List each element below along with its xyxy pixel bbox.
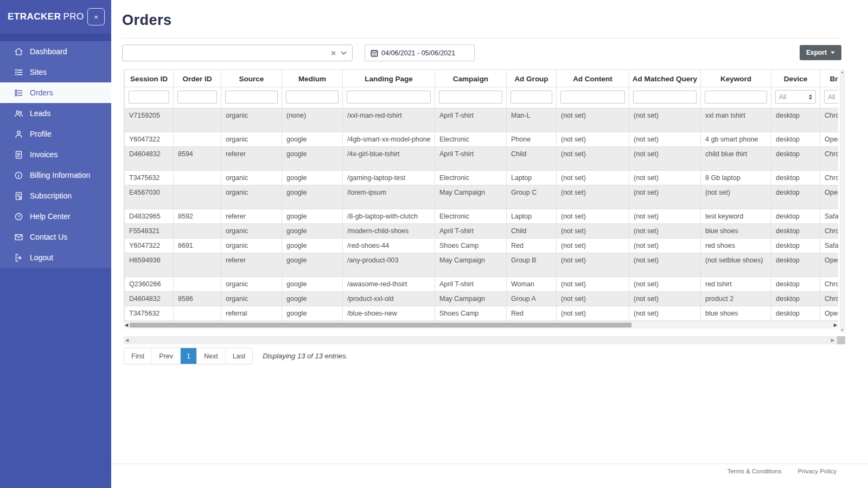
sidebar-item-logout[interactable]: Logout xyxy=(0,247,111,268)
filter-input-ad-matched-query[interactable] xyxy=(633,91,697,104)
privacy-link[interactable]: Privacy Policy xyxy=(797,468,837,474)
site-filter-select[interactable]: × xyxy=(122,44,353,61)
table-horizontal-scrollbar[interactable]: ◀ ▶ xyxy=(124,322,838,329)
cell: /xxl-man-red-tshirt xyxy=(343,108,435,132)
filter-input-order-id[interactable] xyxy=(177,91,217,104)
column-header-campaign[interactable]: Campaign xyxy=(435,70,507,87)
filter-input-ad-content[interactable] xyxy=(560,91,625,104)
cell: /4x-girl-blue-tshirt xyxy=(343,147,435,171)
sidebar-item-billing-information[interactable]: Billing Information xyxy=(0,165,111,185)
table-vertical-scrollbar[interactable]: ▲ ▼ xyxy=(840,69,845,332)
pagination-status: Displaying 13 of 13 entries. xyxy=(263,352,348,360)
cell: (not set) xyxy=(629,292,701,306)
outer-scroll-thumb[interactable] xyxy=(837,336,845,344)
sidebar-item-invoices[interactable]: Invoices xyxy=(0,144,111,165)
sidebar-item-dashboard[interactable]: Dashboard xyxy=(0,41,111,62)
cell: May Campaign xyxy=(435,253,507,277)
sidebar-item-leads[interactable]: Leads xyxy=(0,103,111,124)
pagination-page-1-button[interactable]: 1 xyxy=(181,348,197,364)
cell xyxy=(174,306,221,321)
filter-select-value: All xyxy=(779,93,786,101)
scroll-right-icon[interactable]: ▶ xyxy=(834,322,837,329)
sidebar-item-label: Billing Information xyxy=(30,171,90,179)
column-header-ad-content[interactable]: Ad Content xyxy=(557,70,629,87)
title-divider xyxy=(122,38,842,38)
cell: /awasome-red-thsirt xyxy=(343,277,435,292)
cell: Chrome xyxy=(820,277,839,292)
column-header-session-id[interactable]: Session ID xyxy=(125,70,174,87)
column-header-ad-group[interactable]: Ad Group xyxy=(507,70,557,87)
filter-input-ad-group[interactable] xyxy=(510,91,552,104)
filter-select-value: All xyxy=(828,93,835,101)
cell: Phone xyxy=(507,132,557,147)
cell: /4gb-smart-xx-model-phone xyxy=(343,132,435,147)
sidebar-item-contact-us[interactable]: Contact Us xyxy=(0,227,111,247)
filter-input-keyword[interactable] xyxy=(705,91,767,104)
horizontal-scroll-thumb[interactable] xyxy=(130,323,631,328)
sidebar-item-profile[interactable]: Profile xyxy=(0,124,111,144)
filter-input-session-id[interactable] xyxy=(129,91,169,104)
cell: (not set) xyxy=(629,239,701,253)
sidebar-close-button[interactable]: × xyxy=(87,8,105,25)
cell: google xyxy=(282,209,343,224)
table-row: H6594936referergoogle/any-product-003May… xyxy=(125,253,839,277)
pagination-prev-button[interactable]: Prev xyxy=(152,348,181,364)
column-header-order-id[interactable]: Order ID xyxy=(174,70,221,87)
outer-scroll-left-icon[interactable]: ◀ xyxy=(125,337,129,344)
filter-select-device[interactable]: All xyxy=(775,90,816,104)
scroll-left-icon[interactable]: ◀ xyxy=(125,322,128,329)
chevron-down-icon[interactable] xyxy=(341,51,347,55)
column-header-device[interactable]: Device xyxy=(771,70,820,87)
column-header-medium[interactable]: Medium xyxy=(282,70,343,87)
cell: red tshirt xyxy=(701,277,771,292)
select-clear-icon[interactable]: × xyxy=(331,49,336,57)
pagination-last-button[interactable]: Last xyxy=(226,348,253,364)
filter-input-landing-page[interactable] xyxy=(347,91,431,104)
scroll-up-icon[interactable]: ▲ xyxy=(840,70,844,74)
page-title: Orders xyxy=(122,12,172,29)
column-header-source[interactable]: Source xyxy=(221,70,282,87)
brand-light: PRO xyxy=(63,11,84,22)
filter-cell xyxy=(557,87,629,108)
cell: desktop xyxy=(771,209,820,224)
cell: May Campaign xyxy=(435,185,507,209)
column-header-browser[interactable]: Browser xyxy=(820,70,839,87)
filter-input-campaign[interactable] xyxy=(439,91,502,104)
cell: Child xyxy=(507,224,557,239)
cell: D4604832 xyxy=(125,292,174,306)
sidebar-item-orders[interactable]: Orders xyxy=(0,82,111,103)
sidebar-item-sites[interactable]: Sites xyxy=(0,62,111,82)
outer-scroll-right-icon[interactable]: ▶ xyxy=(831,337,834,344)
outer-horizontal-scrollbar[interactable]: ◀ ▶ xyxy=(124,336,845,344)
cell: Opera xyxy=(820,185,839,209)
column-header-landing-page[interactable]: Landing Page xyxy=(343,70,435,87)
document-dollar-icon: $ xyxy=(14,191,23,201)
scroll-down-icon[interactable]: ▼ xyxy=(840,328,844,332)
pagination-first-button[interactable]: First xyxy=(124,348,152,364)
date-range-input[interactable]: 04/06/2021 - 05/06/2021 xyxy=(365,44,475,61)
filter-input-medium[interactable] xyxy=(286,91,339,104)
export-button[interactable]: Export xyxy=(800,45,841,60)
filter-cell: All xyxy=(771,87,820,108)
filter-input-source[interactable] xyxy=(225,91,278,104)
filter-select-browser[interactable]: All xyxy=(824,90,838,104)
cell: google xyxy=(282,132,343,147)
envelope-icon xyxy=(14,233,23,242)
column-header-keyword[interactable]: Keyword xyxy=(701,70,771,87)
cell: Chrome xyxy=(820,147,839,171)
table-row: T3475632organicgoogle/gaming-laptop-test… xyxy=(125,171,839,185)
people-icon xyxy=(14,109,23,118)
sidebar-item-subscription[interactable]: $Subscription xyxy=(0,185,111,206)
cell: desktop xyxy=(771,292,820,306)
cell: google xyxy=(282,224,343,239)
cell: /8-gb-laptop-with-clutch xyxy=(343,209,435,224)
column-header-ad-matched-query[interactable]: Ad Matched Query xyxy=(629,70,701,87)
terms-link[interactable]: Terms & Conditions xyxy=(727,468,782,474)
table-row: D48329658592referergoogle/8-gb-laptop-wi… xyxy=(125,209,839,224)
filter-cell xyxy=(507,87,557,108)
caret-down-icon xyxy=(831,52,835,54)
pagination-next-button[interactable]: Next xyxy=(197,348,226,364)
sidebar-item-help-center[interactable]: ?Help Center xyxy=(0,206,111,227)
filter-cell xyxy=(701,87,771,108)
filter-cell xyxy=(343,87,435,108)
